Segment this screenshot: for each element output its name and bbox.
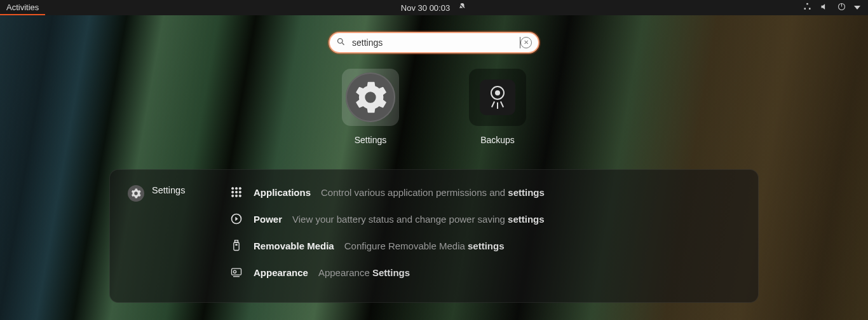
chevron-down-icon	[854, 6, 860, 10]
result-description: Appearance Settings	[318, 267, 410, 278]
activities-label: Activities	[6, 3, 39, 12]
result-name: Removable Media	[254, 240, 334, 251]
result-appearance[interactable]: Appearance Appearance Settings	[229, 265, 740, 279]
result-description: Configure Removable Media settings	[344, 240, 505, 251]
result-name: Applications	[254, 187, 311, 198]
gear-icon	[128, 185, 144, 202]
top-bar: Activities Nov 30 00:03	[0, 0, 868, 15]
removable-media-icon	[229, 239, 243, 253]
app-label: Backups	[480, 135, 515, 145]
app-results-row: Settings Backups	[326, 69, 542, 145]
result-description: View your battery status and change powe…	[292, 214, 545, 225]
results-list: Applications Control various application…	[229, 184, 740, 296]
power-menu-icon	[837, 2, 846, 13]
results-section-title: Settings	[152, 185, 185, 195]
notifications-muted-icon	[458, 2, 467, 13]
app-label: Settings	[355, 135, 387, 145]
settings-results-panel: Settings Applications Control various ap…	[109, 169, 759, 303]
search-input[interactable]	[346, 38, 526, 48]
settings-app-icon	[342, 69, 399, 126]
appearance-icon	[229, 265, 243, 279]
search-icon	[336, 37, 346, 49]
system-status-area[interactable]	[803, 2, 868, 13]
activities-button[interactable]: Activities	[0, 0, 45, 15]
app-tile-settings[interactable]: Settings	[326, 69, 415, 145]
backups-app-icon	[469, 69, 526, 126]
result-removable-media[interactable]: Removable Media Configure Removable Medi…	[229, 239, 740, 253]
text-cursor	[520, 37, 520, 48]
clear-search-button[interactable]: ✕	[520, 37, 532, 48]
result-name: Appearance	[254, 267, 308, 278]
apps-grid-icon	[229, 185, 243, 199]
datetime-label: Nov 30 00:03	[401, 3, 450, 13]
power-icon	[229, 212, 243, 226]
result-applications[interactable]: Applications Control various application…	[229, 185, 740, 199]
app-tile-backups[interactable]: Backups	[453, 69, 542, 145]
volume-icon	[820, 2, 829, 13]
clock-area[interactable]: Nov 30 00:03	[401, 2, 467, 13]
result-name: Power	[254, 214, 282, 225]
result-description: Control various application permissions …	[321, 187, 545, 198]
results-section-header: Settings	[128, 184, 210, 296]
network-icon	[803, 2, 812, 13]
search-bar[interactable]: ✕	[329, 32, 539, 53]
result-power[interactable]: Power View your battery status and chang…	[229, 212, 740, 226]
